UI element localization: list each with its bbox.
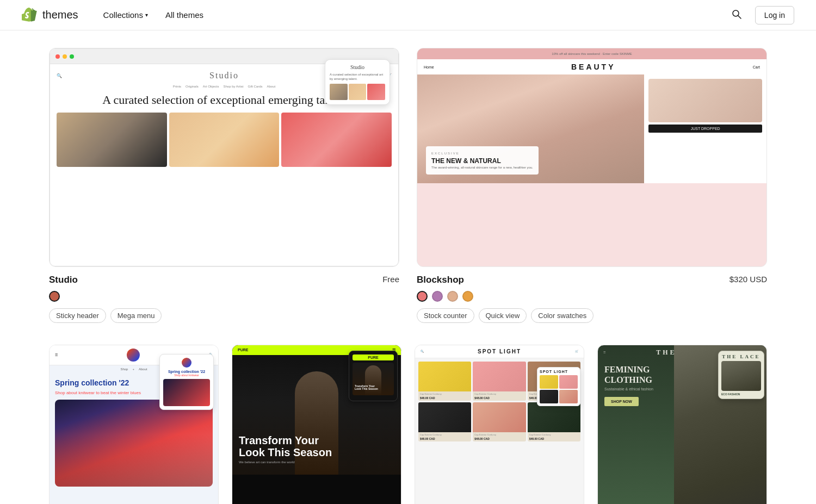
logo-link[interactable]: themes	[22, 7, 78, 23]
colorblock-menu-icon: ☰	[55, 353, 58, 357]
studio-img-3	[281, 113, 392, 167]
theme-card-gain: ☰ THE LACE 🛒 FEMININGCLOTHING Sustainabl…	[597, 345, 767, 505]
aurora-preview[interactable]: PURE☰ Transform YourLook This Season We …	[232, 345, 401, 505]
spotlight-preview[interactable]: 🔍 SPOT LIGHT 🛒 Cap Exterior Corduroy $48…	[415, 345, 584, 505]
blockshop-content: 10% off all skincare this weekend · Ente…	[417, 48, 766, 266]
aurora-mobile-brand: PURE	[353, 354, 394, 360]
colorblock-mobile-logo	[163, 358, 210, 368]
colorblock-mobile-sub: Shop about knitwear	[163, 374, 210, 377]
nav-links: Collections ▾ All themes	[96, 6, 727, 24]
blockshop-color-2[interactable]	[447, 291, 458, 302]
blockshop-side-img	[648, 79, 762, 122]
studio-tag-0[interactable]: Sticky header	[49, 308, 106, 323]
spotlight-mobile-img-3	[540, 390, 558, 403]
spotlight-item-6-price: $48.00 CAD	[528, 437, 580, 441]
studio-mobile-overlay: Studio A curated selection of exceptiona…	[325, 59, 390, 105]
spotlight-mobile-overlay: SPOT LIGHT	[537, 367, 580, 406]
spotlight-item-6: Cap Exterior Corduroy $48.00 CAD	[528, 402, 580, 441]
spotlight-item-1-label: Cap Exterior Corduroy	[418, 391, 471, 396]
search-icon	[731, 9, 742, 20]
blockshop-nav-home: Home	[424, 65, 434, 69]
studio-hero-images	[57, 113, 392, 167]
studio-tags: Sticky header Mega menu	[49, 308, 399, 323]
spotlight-item-1: Cap Exterior Corduroy $48.00 CAD	[418, 362, 471, 401]
browser-dot-green	[70, 54, 74, 59]
navbar: themes Collections ▾ All themes Log in	[0, 0, 816, 30]
spotlight-item-1-img	[418, 362, 471, 391]
blockshop-sub: The award-winning, all-natural skincare …	[431, 166, 533, 169]
blockshop-tag-2[interactable]: Color swatches	[531, 308, 594, 323]
gain-cta[interactable]: SHOP NOW	[604, 397, 639, 406]
studio-color-0[interactable]	[49, 291, 60, 302]
blockshop-nav: Home BEAUTY Cart	[417, 59, 766, 74]
studio-mobile-img-2	[349, 84, 367, 100]
blockshop-tag-1[interactable]: Quick view	[479, 308, 527, 323]
studio-colors	[49, 291, 399, 302]
studio-preview[interactable]: 🔍 Studio 🛒 Prints Originals Art Objects …	[49, 48, 399, 267]
blockshop-color-0[interactable]	[417, 291, 428, 302]
studio-img-1	[57, 113, 167, 167]
blockshop-logo: BEAUTY	[571, 63, 616, 71]
blockshop-preview[interactable]: 10% off all skincare this weekend · Ente…	[417, 48, 767, 267]
search-button[interactable]	[727, 4, 746, 26]
blockshop-tag-0[interactable]: Stock counter	[417, 308, 474, 323]
blockshop-color-3[interactable]	[462, 291, 473, 302]
all-themes-nav-item[interactable]: All themes	[158, 6, 211, 24]
spotlight-mobile-img-4	[559, 390, 578, 403]
logo-text: themes	[42, 9, 78, 21]
spotlight-cart: 🛒	[575, 350, 578, 353]
blockshop-name: Blockshop	[417, 275, 464, 285]
spotlight-mobile-grid	[540, 375, 578, 403]
login-button[interactable]: Log in	[755, 6, 794, 24]
svg-line-1	[738, 16, 741, 19]
colorblock-preview[interactable]: ☰ 🔍 Shop+About Spring collection '22 Sho…	[49, 345, 219, 505]
spotlight-search: 🔍	[421, 350, 424, 353]
studio-name: Studio	[49, 275, 78, 285]
colorblock-hero-image	[55, 400, 213, 487]
studio-info: Studio Free	[49, 275, 399, 285]
chevron-down-icon: ▾	[145, 12, 148, 18]
studio-mobile-logo: Studio	[330, 64, 385, 70]
spotlight-item-1-price: $48.00 CAD	[418, 396, 471, 401]
aurora-subtext: We believe art can transform the world	[239, 461, 332, 464]
spotlight-item-4-img	[418, 402, 471, 432]
aurora-mobile-overlay: PURE Transform YourLook This Season	[349, 351, 398, 401]
gain-preview[interactable]: ☰ THE LACE 🛒 FEMININGCLOTHING Sustainabl…	[597, 345, 767, 505]
blockshop-nav-cart: Cart	[753, 65, 760, 69]
blockshop-hero-main: EXCLUSIVE THE NEW & NATURAL The award-wi…	[417, 74, 644, 183]
browser-dot-red	[55, 54, 60, 59]
spotlight-item-5-img	[473, 402, 526, 432]
browser-dot-yellow	[63, 54, 67, 59]
top-themes-grid: 🔍 Studio 🛒 Prints Originals Art Objects …	[49, 48, 767, 323]
nav-actions: Log in	[727, 4, 794, 26]
aurora-hero-text-block: Transform YourLook This Season We believ…	[239, 434, 332, 464]
theme-card-aurora: PURE☰ Transform YourLook This Season We …	[232, 345, 401, 505]
blockshop-hero: EXCLUSIVE THE NEW & NATURAL The award-wi…	[417, 74, 766, 183]
spotlight-logo: SPOT LIGHT	[478, 349, 521, 354]
blockshop-color-1[interactable]	[432, 291, 443, 302]
spotlight-item-2-label: Cap Exterior Corduroy	[473, 391, 526, 396]
theme-card-spotlight: 🔍 SPOT LIGHT 🛒 Cap Exterior Corduroy $48…	[415, 345, 584, 505]
colorblock-mobile-overlay: Spring collection '22 Shop about knitwea…	[159, 354, 214, 410]
blockshop-price: $320 USD	[730, 275, 767, 284]
studio-img-2	[169, 113, 280, 167]
spotlight-item-5-price: $48.00 CAD	[473, 437, 526, 441]
studio-tag-1[interactable]: Mega menu	[110, 308, 162, 323]
colorblock-logo	[127, 349, 140, 362]
studio-mobile-text: A curated selection of exceptional art b…	[330, 72, 385, 82]
theme-card-studio: 🔍 Studio 🛒 Prints Originals Art Objects …	[49, 48, 399, 323]
spotlight-item-2-img	[473, 362, 526, 391]
spotlight-item-4: Cap Exterior Corduroy $48.00 CAD	[418, 402, 471, 441]
spotlight-top: 🔍 SPOT LIGHT 🛒	[415, 345, 584, 358]
blockshop-headline: THE NEW & NATURAL	[431, 157, 533, 165]
collections-nav-item[interactable]: Collections ▾	[96, 6, 156, 24]
blockshop-hero-overlay: EXCLUSIVE THE NEW & NATURAL The award-wi…	[426, 146, 539, 175]
blockshop-exclusive-label: EXCLUSIVE	[431, 152, 533, 155]
spotlight-item-4-label: Cap Exterior Corduroy	[418, 432, 471, 437]
blockshop-hero-side: JUST DROPPED	[644, 74, 766, 183]
gain-menu-icon: ☰	[603, 351, 605, 354]
blockshop-info: Blockshop $320 USD	[417, 275, 767, 285]
studio-price: Free	[382, 275, 399, 284]
spotlight-item-4-price: $48.00 CAD	[418, 437, 471, 441]
aurora-mobile-text: Transform YourLook This Season	[355, 385, 378, 391]
